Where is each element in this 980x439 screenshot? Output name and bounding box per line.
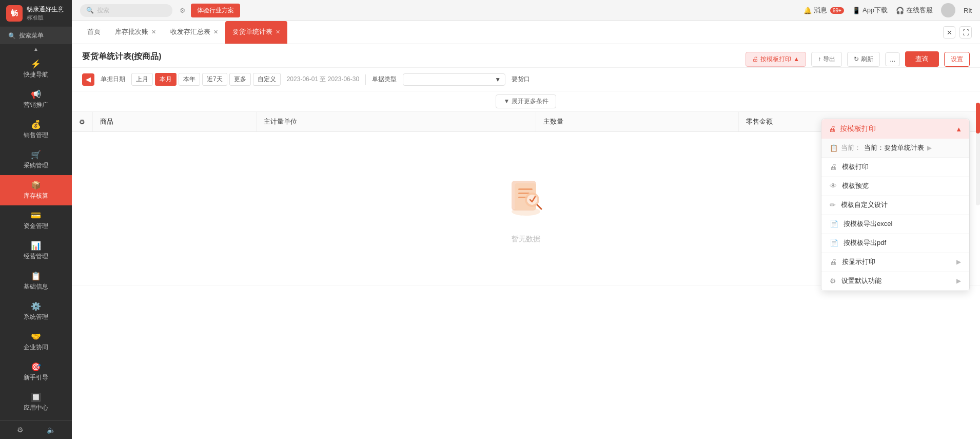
audio-bottom-btn[interactable]: 🔈 <box>47 426 55 434</box>
expand-more-btn[interactable]: ▼ 展开更多条件 <box>496 94 556 108</box>
sidebar: 畅 畅康通好生意 标准版 🔍 搜索菜单 ▲ ⚡ 快捷导航 📢 营销推广 💰 销售… <box>0 0 72 439</box>
scrollbar-thumb <box>976 103 980 133</box>
system-icon: ⚙️ <box>31 301 41 311</box>
export-pdf-icon: 📄 <box>830 239 838 247</box>
filter-bar: ◀ 单据日期 上月 本月 本年 近7天 更多 自定义 2023-06-01 至 … <box>72 68 980 91</box>
sidebar-item-finance[interactable]: 💳 资金管理 <box>0 205 72 236</box>
sidebar-item-newbie[interactable]: 🎯 新手引导 <box>0 357 72 387</box>
tab-home[interactable]: 首页 <box>80 21 108 44</box>
filter-collapse-btn[interactable]: ◀ <box>82 73 94 86</box>
date-btn-custom[interactable]: 自定义 <box>253 73 281 86</box>
topbar-right: 🔔 消息 99+ 📱 App下载 🎧 在线客服 Rit <box>803 3 972 17</box>
tab-receipt-summary[interactable]: 收发存汇总表 ✕ <box>163 21 225 44</box>
sidebar-item-purchase[interactable]: 🛒 采购管理 <box>0 145 72 175</box>
tab-close-batch-account[interactable]: ✕ <box>151 29 156 35</box>
bell-icon: 🔔 <box>803 7 812 14</box>
industry-btn[interactable]: 体验行业方案 <box>191 4 240 17</box>
sidebar-item-appstore[interactable]: 🔲 应用中心 <box>0 387 72 417</box>
display-print-section[interactable]: 🖨 按显示打印 ▶ <box>821 253 969 272</box>
table-header-product: 商品 <box>93 112 257 132</box>
date-filter-label: 单据日期 <box>101 75 125 84</box>
default-settings-chevron: ▶ <box>956 277 961 284</box>
quick-nav-icon: ⚡ <box>31 59 41 69</box>
date-btn-this-month[interactable]: 本月 <box>155 73 177 86</box>
notifications-btn[interactable]: 🔔 消息 99+ <box>803 6 844 15</box>
date-btn-more[interactable]: 更多 <box>229 73 251 86</box>
table-header-unit: 主计量单位 <box>257 112 536 132</box>
tabs-actions: ✕ ⛶ <box>943 26 972 39</box>
print-header-icon: 🖨 <box>829 125 836 133</box>
sidebar-item-sales[interactable]: 💰 销售管理 <box>0 114 72 145</box>
refresh-btn[interactable]: ↻ 刷新 <box>847 52 880 67</box>
chevron-down-icon: ▼ <box>495 76 501 83</box>
settings-btn[interactable]: 设置 <box>944 52 970 67</box>
collab-icon: 🤝 <box>31 332 41 341</box>
page-area: 要货单统计表(按商品) 🖨 按模板打印 ▲ ↑ 导出 ↻ 刷新 ... 查询 <box>72 44 980 439</box>
tab-order-stats[interactable]: 要货单统计表 ✕ <box>225 21 287 44</box>
top-search-bar[interactable]: 🔍 搜索 <box>80 4 172 17</box>
newbie-icon: 🎯 <box>31 362 41 372</box>
table-gear-header[interactable]: ⚙ <box>72 112 93 132</box>
tab-close-receipt-summary[interactable]: ✕ <box>213 29 218 35</box>
default-settings-section[interactable]: ⚙ 设置默认功能 ▶ <box>821 272 969 291</box>
template-export-pdf-item[interactable]: 📄 按模板导出pdf <box>821 234 969 253</box>
date-btn-this-year[interactable]: 本年 <box>179 73 200 86</box>
print-dropdown-header[interactable]: 🖨 按模板打印 ▲ <box>821 119 969 139</box>
tab-batch-account[interactable]: 库存批次账 ✕ <box>108 21 163 44</box>
sidebar-item-inventory[interactable]: 📦 库存核算 <box>0 175 72 205</box>
more-btn[interactable]: ... <box>885 52 900 66</box>
app-download-btn[interactable]: 📱 App下载 <box>852 6 888 15</box>
template-print-icon: 🖨 <box>830 163 837 171</box>
template-preview-item[interactable]: 👁 模板预览 <box>821 177 969 196</box>
scroll-up-btn[interactable]: ▲ <box>0 44 72 54</box>
svg-point-7 <box>527 195 537 205</box>
settings-bottom-btn[interactable]: ⚙ <box>17 426 24 434</box>
tab-close-order-stats[interactable]: ✕ <box>276 29 280 35</box>
username-label: Rit <box>964 7 972 14</box>
export-btn[interactable]: ↑ 导出 <box>811 52 842 67</box>
print-template-btn[interactable]: 🖨 按模板打印 ▲ <box>746 52 806 67</box>
sidebar-item-marketing[interactable]: 📢 营销推广 <box>0 84 72 114</box>
sales-icon: 💰 <box>31 120 41 129</box>
expand-more-bar: ▼ 展开更多条件 <box>72 91 980 112</box>
sidebar-item-basic[interactable]: 📋 基础信息 <box>0 266 72 296</box>
query-btn[interactable]: 查询 <box>905 51 939 67</box>
page-actions: 🖨 按模板打印 ▲ ↑ 导出 ↻ 刷新 ... 查询 设置 <box>746 51 970 67</box>
date-btn-last-month[interactable]: 上月 <box>131 73 153 86</box>
user-avatar[interactable] <box>941 3 955 17</box>
operation-icon: 📊 <box>31 241 41 251</box>
type-filter-select[interactable]: ▼ <box>403 73 505 86</box>
print-icon: 🖨 <box>752 55 758 63</box>
topbar-gear-icon[interactable]: ⚙ <box>180 7 186 14</box>
date-buttons: 上月 本月 本年 近7天 更多 自定义 <box>131 73 281 86</box>
sidebar-item-quick-nav[interactable]: ⚡ 快捷导航 <box>0 54 72 84</box>
sidebar-item-system[interactable]: ⚙️ 系统管理 <box>0 296 72 327</box>
template-export-excel-item[interactable]: 📄 按模板导出excel <box>821 215 969 234</box>
print-dropdown-collapse-icon[interactable]: ▲ <box>955 125 962 133</box>
marketing-icon: 📢 <box>31 89 41 99</box>
online-service-btn[interactable]: 🎧 在线客服 <box>896 6 933 15</box>
sidebar-item-collab[interactable]: 🤝 企业协同 <box>0 327 72 357</box>
template-design-item[interactable]: ✏ 模板自定义设计 <box>821 196 969 215</box>
svg-rect-4 <box>518 193 530 194</box>
right-scrollbar[interactable] <box>976 103 980 205</box>
top-bar: 🔍 搜索 ⚙ 体验行业方案 🔔 消息 99+ 📱 App下载 🎧 在线客服 Ri… <box>72 0 980 21</box>
empty-icon <box>505 173 546 226</box>
default-settings-icon: ⚙ <box>830 277 836 285</box>
print-dropdown: 🖨 按模板打印 ▲ 📋 当前： 当前：要货单统计表 ▶ 🖨 模板打印 👁 模板 <box>821 119 970 291</box>
empty-text: 暂无数据 <box>512 235 540 244</box>
current-template-icon: 📋 <box>830 144 838 152</box>
purchase-icon: 🛒 <box>31 150 41 160</box>
date-btn-7days[interactable]: 近7天 <box>202 73 227 86</box>
search-menu[interactable]: 🔍 搜索菜单 <box>0 27 72 44</box>
tab-close-window-btn[interactable]: ✕ <box>943 26 955 39</box>
sidebar-logo: 畅 畅康通好生意 标准版 <box>0 0 72 27</box>
main-content: 🔍 搜索 ⚙ 体验行业方案 🔔 消息 99+ 📱 App下载 🎧 在线客服 Ri… <box>72 0 980 439</box>
topbar-search-icon: 🔍 <box>86 7 94 14</box>
template-print-item[interactable]: 🖨 模板打印 <box>821 158 969 177</box>
date-range-display: 2023-06-01 至 2023-06-30 <box>287 75 359 84</box>
sidebar-bottom: ⚙ 🔈 <box>0 420 72 439</box>
sidebar-item-operation[interactable]: 📊 经营管理 <box>0 236 72 266</box>
tab-maximize-btn[interactable]: ⛶ <box>959 26 972 39</box>
sidebar-nav: ▲ ⚡ 快捷导航 📢 营销推广 💰 销售管理 🛒 采购管理 📦 库存核算 💳 资… <box>0 44 72 420</box>
